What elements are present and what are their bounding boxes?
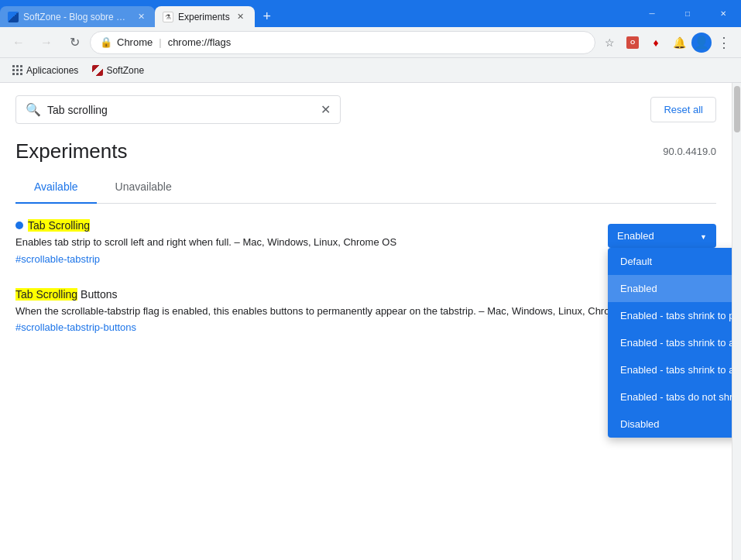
toolbar-right: ☆ O ♦ 🔔 👤 ⋮	[599, 32, 735, 53]
window-controls: ─ □ ✕	[634, 0, 741, 27]
menu-button[interactable]: ⋮	[713, 32, 735, 53]
bookmarks-bar: Aplicaciones SoftZone	[0, 58, 741, 83]
content-tabs: Available Unavailable	[15, 171, 716, 204]
forward-button[interactable]: →	[34, 30, 59, 55]
experiments-title: Experiments	[15, 139, 128, 163]
flag-tab-scrolling-info: Tab Scrolling Enables tab strip to scrol…	[15, 219, 595, 265]
reset-all-button[interactable]: Reset all	[650, 97, 716, 122]
flag-dropdown-container: Enabled Default Enabled Enabled - tabs s…	[608, 224, 716, 248]
office-icon[interactable]: O	[622, 32, 643, 53]
scrollbar-thumb[interactable]	[734, 86, 740, 132]
tab-softzone-label: SoftZone - Blog sobre software,	[23, 12, 130, 22]
search-clear-button[interactable]: ✕	[321, 102, 331, 117]
page-content: 🔍 ✕ Reset all Experiments 90.0.4419.0 Av…	[0, 83, 741, 560]
flag-title-highlight: Tab Scrolling	[28, 219, 90, 232]
softzone-bookmark-icon	[92, 65, 103, 76]
tabs-area: SoftZone - Blog sobre software, ✕ ⚗ Expe…	[0, 0, 634, 27]
reload-button[interactable]: ↻	[62, 30, 87, 55]
flag-tab-scrolling-link[interactable]: #scrollable-tabstrip	[15, 253, 100, 265]
minimize-button[interactable]: ─	[634, 0, 670, 27]
address-bar[interactable]: 🔒 Chrome | chrome://flags	[90, 31, 595, 54]
tab-experiments-label: Experiments	[178, 12, 230, 22]
flag-title-text: Tab Scrolling	[28, 219, 90, 232]
tab-softzone[interactable]: SoftZone - Blog sobre software, ✕	[0, 6, 155, 27]
new-tab-button[interactable]: +	[256, 5, 278, 27]
search-area: 🔍 ✕ Reset all	[15, 83, 716, 124]
bell-icon[interactable]: 🔔	[668, 32, 690, 53]
address-url: chrome://flags	[168, 36, 232, 48]
flag-tab-scrolling-row: Tab Scrolling Enables tab strip to scrol…	[15, 219, 716, 265]
experiments-favicon: ⚗	[163, 12, 173, 22]
flag-tab-scrolling: Tab Scrolling Enables tab strip to scrol…	[15, 219, 716, 265]
tab-unavailable[interactable]: Unavailable	[97, 171, 190, 204]
flag-buttons-title-plain: Buttons	[81, 288, 117, 301]
dropdown-option-disabled[interactable]: Disabled	[608, 411, 732, 438]
bookmark-apps-label: Aplicaciones	[26, 65, 78, 76]
search-icon: 🔍	[26, 102, 41, 117]
dropdown-option-default[interactable]: Default	[608, 248, 732, 275]
bookmark-softzone-label: SoftZone	[106, 65, 144, 76]
chevron-down-icon	[700, 230, 707, 242]
flag-buttons-title-highlight1: Tab Scrolling	[15, 288, 77, 301]
main-content: 🔍 ✕ Reset all Experiments 90.0.4419.0 Av…	[0, 83, 732, 560]
experiments-header: Experiments 90.0.4419.0	[15, 124, 716, 171]
office-icon-inner: O	[626, 36, 639, 49]
dropdown-option-pinned[interactable]: Enabled - tabs shrink to pinned tab widt…	[608, 302, 732, 329]
profile-icon-img: 👤	[694, 35, 709, 50]
profile-button[interactable]: 👤	[691, 33, 712, 53]
close-button[interactable]: ✕	[705, 0, 741, 27]
flag-tab-scrolling-title: Tab Scrolling	[15, 219, 595, 232]
dropdown-option-no-shrink[interactable]: Enabled - tabs do not shrink	[608, 383, 732, 411]
flag-tab-scrolling-desc: Enables tab strip to scroll left and rig…	[15, 235, 595, 250]
search-input[interactable]	[47, 104, 314, 116]
scrollbar[interactable]	[732, 83, 741, 560]
flag-dot-indicator	[15, 222, 23, 229]
dropdown-option-enabled[interactable]: Enabled	[608, 275, 732, 302]
title-bar: SoftZone - Blog sobre software, ✕ ⚗ Expe…	[0, 0, 741, 27]
dropdown-selected-label: Enabled	[617, 230, 654, 242]
flag-tab-scrolling-buttons-link[interactable]: #scrollable-tabstrip-buttons	[15, 321, 136, 333]
apps-grid-icon	[12, 65, 23, 76]
tab-experiments-close[interactable]: ✕	[235, 11, 247, 23]
tab-available[interactable]: Available	[15, 171, 97, 204]
softzone-favicon	[8, 12, 19, 22]
site-name: Chrome	[117, 36, 153, 48]
flag-buttons-title-text: Tab Scrolling Buttons	[15, 288, 118, 301]
flag-dropdown-menu: Default Enabled Enabled - tabs shrink to…	[608, 248, 732, 438]
tab-experiments[interactable]: ⚗ Experiments ✕	[155, 6, 255, 27]
extension-icon[interactable]: ♦	[645, 32, 667, 53]
maximize-button[interactable]: □	[670, 0, 705, 27]
flag-dropdown-button[interactable]: Enabled	[608, 224, 716, 248]
version-text: 90.0.4419.0	[663, 146, 716, 157]
back-button[interactable]: ←	[6, 30, 31, 55]
toolbar: ← → ↻ 🔒 Chrome | chrome://flags ☆ O ♦ 🔔 …	[0, 27, 741, 58]
star-button[interactable]: ☆	[599, 32, 620, 53]
dropdown-option-medium[interactable]: Enabled - tabs shrink to a medium width	[608, 329, 732, 356]
bookmark-apps[interactable]: Aplicaciones	[6, 62, 84, 79]
address-separator: |	[159, 36, 161, 48]
dropdown-option-large[interactable]: Enabled - tabs shrink to a large width	[608, 356, 732, 383]
lock-icon: 🔒	[100, 36, 112, 48]
tab-softzone-close[interactable]: ✕	[135, 11, 147, 23]
bookmark-softzone[interactable]: SoftZone	[86, 62, 150, 79]
search-box[interactable]: 🔍 ✕	[15, 95, 341, 124]
